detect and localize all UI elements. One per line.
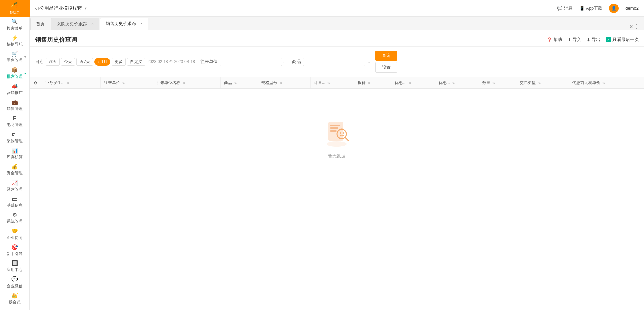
- checkbox-icon: ✓: [606, 37, 611, 42]
- sidebar-item-sales-mgmt[interactable]: 💼 销售管理: [0, 97, 30, 113]
- sort-icon-trade-type: ⇅: [538, 81, 541, 85]
- sidebar-item-basic[interactable]: 🗃 基础信息: [0, 194, 30, 210]
- sidebar-item-search[interactable]: 🔍 搜索菜单: [0, 17, 30, 33]
- import-button[interactable]: ⬆ 导入: [568, 37, 581, 43]
- only-last-checkbox-label[interactable]: ✓ 只看最后一次: [606, 37, 639, 43]
- sidebar-item-membership[interactable]: 👑 畅会员: [0, 291, 30, 307]
- col-pre-tax-price-label: 优惠前无税单价: [572, 80, 600, 85]
- sidebar-item-purchase[interactable]: 🛍 采购管理: [0, 130, 30, 146]
- svg-rect-3: [330, 127, 338, 129]
- date-btn-today[interactable]: 今天: [61, 58, 75, 66]
- col-discount2[interactable]: 优惠... ⇅: [435, 77, 479, 89]
- username[interactable]: demo2: [625, 6, 639, 11]
- help-button[interactable]: ❓ 帮助: [547, 37, 562, 43]
- svg-point-8: [343, 132, 344, 134]
- table-area: ⚙ 业务发生... ⇅ 往来单位 ⇅ 往来单位名称 ⇅: [30, 77, 644, 310]
- date-btn-yesterday[interactable]: 昨天: [46, 58, 60, 66]
- col-partner-code[interactable]: 往来单位 ⇅: [100, 77, 153, 89]
- col-quoted-price[interactable]: 报价 ⇅: [354, 77, 391, 89]
- page-area: 销售历史价查询 ❓ 帮助 ⬆ 导入 ⬇ 导出 ✓ 只看最后一次: [30, 30, 644, 310]
- tab-fullscreen-icon[interactable]: ⛶: [636, 24, 641, 30]
- page-title: 销售历史价查询: [35, 36, 77, 44]
- topbar-dropdown-icon[interactable]: ▾: [85, 6, 87, 11]
- sidebar-item-ecommerce[interactable]: 🖥 电商管理: [0, 113, 30, 130]
- tab-sales-close[interactable]: ×: [140, 21, 143, 26]
- app-download-button[interactable]: 📱 App下载: [579, 5, 602, 11]
- date-btn-more[interactable]: 更多: [112, 58, 126, 66]
- user-avatar[interactable]: 👤: [609, 4, 619, 13]
- topbar: 办公用品行业模拟账套 ▾ 💬 消息 📱 App下载 👤 demo2: [30, 0, 644, 17]
- sidebar-item-label: 应用中心: [7, 267, 23, 273]
- col-quantity-label: 数量: [482, 80, 490, 85]
- action-buttons: 查询 设置: [375, 51, 397, 73]
- tab-close-all-icon[interactable]: ✕: [629, 23, 633, 30]
- marketing-icon: 📣: [11, 83, 18, 89]
- tab-home-label: 首页: [36, 21, 45, 27]
- tab-home[interactable]: 首页: [30, 18, 50, 30]
- product-label: 商品: [292, 59, 301, 65]
- col-biz-date-label: 业务发生...: [45, 80, 65, 85]
- col-trade-type[interactable]: 交易类型 ⇅: [516, 77, 569, 89]
- logo-icon: 🍊: [10, 2, 19, 10]
- message-button[interactable]: 💬 消息: [557, 5, 573, 11]
- col-partner-name-label: 往来单位名称: [156, 80, 180, 85]
- col-spec-label: 规格型号: [261, 80, 277, 85]
- product-input[interactable]: [303, 58, 365, 66]
- topbar-right: 💬 消息 📱 App下载 👤 demo2: [557, 4, 639, 13]
- col-biz-date[interactable]: 业务发生... ⇅: [42, 77, 100, 89]
- empty-text: 暂无数据: [328, 153, 345, 159]
- settings-button[interactable]: 设置: [375, 62, 397, 73]
- tabbar: 首页 采购历史价跟踪 × 销售历史价跟踪 × ✕ ⛶: [30, 17, 644, 30]
- sidebar-item-shortcut[interactable]: ⚡ 快捷导航: [0, 33, 30, 49]
- filter-row: 日期 昨天 今天 近7天 近1月 更多 自定义 2023-02-18 至 202…: [35, 51, 639, 73]
- help-icon: ❓: [547, 37, 552, 42]
- svg-point-7: [340, 132, 341, 134]
- export-button[interactable]: ⬇ 导出: [587, 37, 600, 43]
- date-buttons: 昨天 今天 近7天 近1月 更多 自定义: [46, 58, 145, 66]
- date-btn-7days[interactable]: 近7天: [76, 58, 93, 66]
- query-button[interactable]: 查询: [375, 51, 397, 61]
- col-gear[interactable]: ⚙: [30, 77, 42, 89]
- sidebar-item-system[interactable]: ⚙ 系统管理: [0, 210, 30, 226]
- col-discount1-label: 优惠...: [395, 80, 406, 85]
- sidebar-item-marketing[interactable]: 📣 营销推广: [0, 81, 30, 97]
- topbar-left: 办公用品行业模拟账套 ▾: [35, 5, 87, 11]
- col-partner-code-label: 往来单位: [104, 80, 120, 85]
- partner-input[interactable]: [220, 58, 282, 66]
- import-icon: ⬆: [568, 37, 571, 42]
- tab-sales[interactable]: 销售历史价跟踪 ×: [100, 18, 148, 30]
- sidebar-item-label: 资金管理: [7, 170, 23, 176]
- partner-more-icon[interactable]: ...: [283, 59, 287, 64]
- tab-purchase[interactable]: 采购历史价跟踪 ×: [51, 18, 99, 30]
- sidebar-item-newbie[interactable]: 🎯 新手引导: [0, 242, 30, 258]
- sidebar-item-label: 基础信息: [7, 203, 23, 208]
- sidebar-item-enterprise-wx[interactable]: 💬 企业微信: [0, 274, 30, 291]
- col-spec[interactable]: 规格型号 ⇅: [258, 77, 311, 89]
- partner-label: 往来单位: [200, 59, 218, 65]
- tab-sales-label: 销售历史价跟踪: [106, 21, 136, 27]
- app-logo[interactable]: 🍊 标题页: [0, 0, 30, 17]
- purchase-icon: 🛍: [12, 132, 17, 138]
- sidebar-item-operation[interactable]: 📈 经营管理: [0, 178, 30, 194]
- table-header: ⚙ 业务发生... ⇅ 往来单位 ⇅ 往来单位名称 ⇅: [30, 77, 644, 89]
- inventory-icon: 📊: [11, 147, 18, 154]
- sidebar-item-finance[interactable]: 💰 资金管理: [0, 162, 30, 178]
- date-btn-1month[interactable]: 近1月: [94, 58, 111, 66]
- app-download-icon: 📱: [579, 6, 585, 11]
- col-pre-tax-price[interactable]: 优惠前无税单价 ⇅: [569, 77, 644, 89]
- sidebar-item-retail[interactable]: 🛒 零售管理: [0, 49, 30, 65]
- tab-purchase-close[interactable]: ×: [91, 22, 94, 27]
- sidebar-item-wholesale[interactable]: 📦 批发管理: [0, 65, 30, 81]
- sidebar-item-enterprise[interactable]: 🤝 企业协同: [0, 226, 30, 242]
- col-partner-name[interactable]: 往来单位名称 ⇅: [153, 77, 221, 89]
- col-product[interactable]: 商品 ⇅: [220, 77, 258, 89]
- ecommerce-icon: 🖥: [12, 115, 17, 121]
- col-discount1[interactable]: 优惠... ⇅: [391, 77, 435, 89]
- product-more-icon[interactable]: ...: [367, 59, 370, 64]
- col-unit[interactable]: 计量... ⇅: [310, 77, 354, 89]
- col-quantity[interactable]: 数量 ⇅: [479, 77, 516, 89]
- sidebar-item-label: 库存核算: [7, 154, 23, 160]
- date-btn-custom[interactable]: 自定义: [127, 58, 145, 66]
- sidebar-item-inventory[interactable]: 📊 库存核算: [0, 146, 30, 162]
- sidebar-item-app-center[interactable]: 🔲 应用中心: [0, 258, 30, 274]
